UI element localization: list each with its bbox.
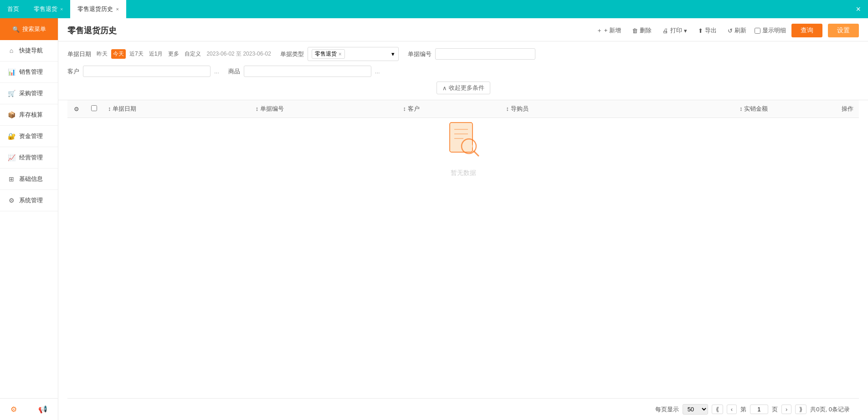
per-page-select[interactable]: 50 10 20 100	[683, 404, 708, 415]
goods-ellipsis[interactable]: ...	[375, 68, 380, 75]
page-input[interactable]	[750, 405, 768, 414]
sidebar-item-quick-nav[interactable]: ⌂ 快捷导航	[0, 40, 58, 61]
doc-type-chevron: ▾	[391, 51, 395, 57]
customer-filter: 客户 ...	[67, 66, 219, 77]
print-chevron-icon: ▾	[684, 27, 687, 34]
goods-filter: 商品 ...	[228, 66, 380, 77]
per-page-label: 每页显示	[655, 405, 679, 414]
date-1month[interactable]: 近1月	[147, 49, 165, 59]
bar-icon: 📈	[7, 154, 15, 162]
setting-button[interactable]: 设置	[828, 24, 859, 37]
svg-line-5	[474, 151, 478, 156]
table-area: ⚙ ↕ 单据日期 ↕ 单据编号	[58, 100, 868, 420]
date-filter-label: 单据日期	[67, 50, 91, 58]
date-more[interactable]: 更多	[166, 49, 181, 59]
gear-bottom-icon[interactable]: ⚙	[10, 405, 17, 414]
settings-icon: ⚙	[7, 196, 15, 205]
last-page-btn[interactable]: ⟫	[795, 405, 806, 414]
doc-type-filter: 单据类型 零售退货 × ▾	[280, 47, 399, 61]
tab-retail-return[interactable]: 零售退货 ×	[26, 0, 70, 18]
query-button[interactable]: 查询	[791, 24, 822, 37]
header-actions: ＋ + 新增 🗑 删除 🖨 打印 ▾ ⬆ 导出 ↺	[594, 24, 859, 37]
page-title: 零售退货历史	[67, 25, 117, 36]
doc-type-select[interactable]: 零售退货 × ▾	[308, 47, 399, 61]
sidebar-item-basic-info[interactable]: ⊞ 基础信息	[0, 169, 58, 190]
add-icon: ＋	[596, 26, 602, 35]
empty-state: 暂无数据	[67, 118, 859, 177]
sidebar-item-operations[interactable]: 📈 经营管理	[0, 147, 58, 169]
print-btn[interactable]: 🖨 打印 ▾	[660, 25, 690, 36]
date-range-display: 2023-06-02 至 2023-06-02	[206, 50, 271, 58]
chart-icon: 📊	[7, 68, 15, 76]
tab-retail-return-history[interactable]: 零售退货历史 ×	[70, 0, 126, 18]
sidebar-item-inventory[interactable]: 📦 库存核算	[0, 104, 58, 126]
date-yesterday[interactable]: 昨天	[95, 49, 109, 59]
sidebar-item-system[interactable]: ⚙ 系统管理	[0, 190, 58, 211]
date-7days[interactable]: 近7天	[128, 49, 145, 59]
th-action: 操作	[773, 100, 859, 118]
window-close-btn[interactable]: ×	[848, 5, 868, 14]
export-btn[interactable]: ⬆ 导出	[695, 25, 719, 36]
box-icon: 📦	[7, 111, 15, 119]
doc-type-label: 单据类型	[280, 50, 304, 58]
th-guide[interactable]: ↕ 导购员	[500, 100, 626, 118]
sidebar-search-label: 搜索菜单	[22, 25, 46, 33]
customer-input[interactable]	[83, 66, 211, 77]
sidebar-bottom: ⚙ 📢	[0, 398, 58, 420]
home-icon: ⌂	[7, 46, 15, 55]
customer-ellipsis[interactable]: ...	[214, 68, 219, 75]
sidebar: 🔍 搜索菜单 ⌂ 快捷导航 📊 销售管理 🛒 采购管理 📦 库存核算 🔐	[0, 18, 58, 420]
add-btn[interactable]: ＋ + 新增	[594, 25, 624, 36]
first-page-btn[interactable]: ⟪	[712, 405, 723, 414]
tab-retail-return-history-close[interactable]: ×	[116, 6, 118, 12]
page-unit: 页	[772, 405, 778, 414]
doc-type-tag-close[interactable]: ×	[339, 51, 342, 57]
date-today[interactable]: 今天	[111, 49, 126, 59]
th-customer[interactable]: ↕ 客户	[397, 100, 500, 118]
cart-icon: 🛒	[7, 89, 15, 97]
delete-icon: 🗑	[632, 27, 638, 34]
topbar: 首页 零售退货 × 零售退货历史 × ×	[0, 0, 868, 18]
tab-home[interactable]: 首页	[0, 0, 26, 18]
select-all-checkbox[interactable]	[91, 105, 97, 111]
speaker-icon[interactable]: 📢	[38, 405, 47, 414]
svg-point-6	[465, 143, 473, 150]
doc-no-input[interactable]	[435, 48, 535, 60]
delete-btn[interactable]: 🗑 删除	[629, 25, 654, 36]
doc-no-filter: 单据编号	[408, 48, 535, 60]
goods-input[interactable]	[244, 66, 371, 77]
goods-label: 商品	[228, 67, 240, 76]
doc-type-tag: 零售退货 ×	[312, 49, 345, 59]
collapse-btn[interactable]: ∧ 收起更多条件	[437, 82, 490, 94]
tab-retail-return-close[interactable]: ×	[60, 6, 63, 12]
sidebar-search[interactable]: 🔍 搜索菜单	[0, 18, 58, 40]
sidebar-nav: ⌂ 快捷导航 📊 销售管理 🛒 采购管理 📦 库存核算 🔐 资金管理 📈	[0, 40, 58, 398]
th-settings[interactable]: ⚙	[67, 100, 86, 118]
th-checkbox[interactable]	[86, 100, 103, 118]
show-detail-input[interactable]	[755, 28, 760, 34]
th-doc-no[interactable]: ↕ 单据编号	[250, 100, 398, 118]
sidebar-item-purchase[interactable]: 🛒 采购管理	[0, 83, 58, 104]
filter-row-2: 客户 ... 商品 ...	[67, 66, 859, 77]
th-doc-date[interactable]: ↕ 单据日期	[103, 100, 250, 118]
prev-page-btn[interactable]: ‹	[727, 405, 737, 414]
search-icon: 🔍	[12, 26, 20, 33]
sidebar-item-finance[interactable]: 🔐 资金管理	[0, 126, 58, 147]
refresh-btn[interactable]: ↺ 刷新	[725, 25, 749, 36]
table-header-row: ⚙ ↕ 单据日期 ↕ 单据编号	[67, 100, 859, 118]
date-custom[interactable]: 自定义	[183, 49, 203, 59]
tab-bar: 首页 零售退货 × 零售退货历史 ×	[0, 0, 848, 18]
empty-text: 暂无数据	[451, 169, 476, 177]
sidebar-item-sales[interactable]: 📊 销售管理	[0, 61, 58, 83]
th-amount[interactable]: ↕ 实销金额	[626, 100, 773, 118]
show-detail-checkbox[interactable]: 显示明细	[755, 26, 786, 35]
date-filter: 单据日期 昨天 今天 近7天 近1月 更多 自定义 2023-06-02 至 2…	[67, 49, 271, 59]
print-icon: 🖨	[663, 27, 668, 34]
page-label: 第	[740, 405, 746, 414]
date-shortcuts: 昨天 今天 近7天 近1月 更多 自定义	[95, 49, 203, 59]
pagination: 每页显示 50 10 20 100 ⟪ ‹ 第 页 › ⟫ 共0页, 0条记录	[67, 398, 859, 420]
main-layout: 🔍 搜索菜单 ⌂ 快捷导航 📊 销售管理 🛒 采购管理 📦 库存核算 🔐	[0, 18, 868, 420]
empty-icon	[441, 118, 486, 164]
filter-area: 单据日期 昨天 今天 近7天 近1月 更多 自定义 2023-06-02 至 2…	[58, 41, 868, 100]
next-page-btn[interactable]: ›	[781, 405, 791, 414]
